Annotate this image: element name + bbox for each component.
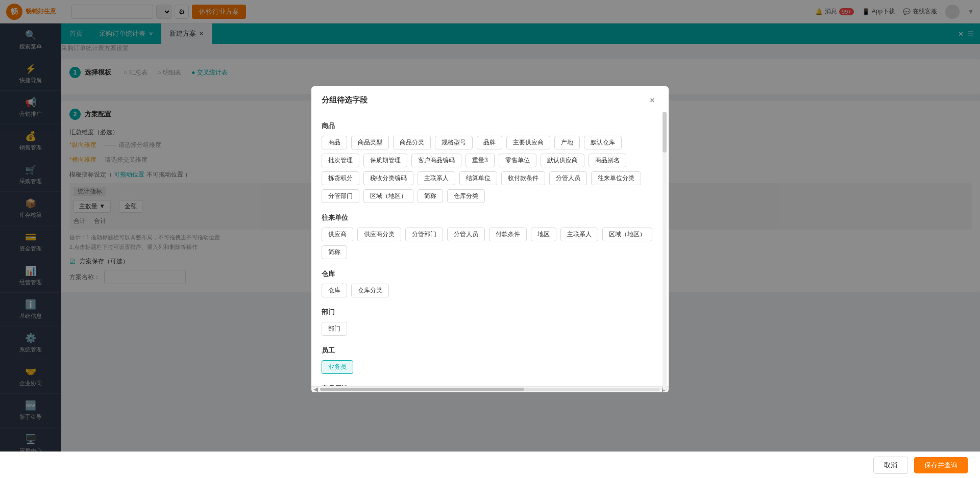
tag-managing-person[interactable]: 分管人员	[447, 228, 485, 241]
tag-batch-mgmt[interactable]: 批次管理	[322, 154, 359, 167]
tag-supplier[interactable]: 供应商	[322, 228, 353, 241]
tag-department[interactable]: 部门	[322, 322, 347, 336]
section-partners-title: 往来单位	[322, 213, 658, 222]
hscroll-thumb	[320, 388, 524, 391]
tag-main-contact2[interactable]: 主联系人	[560, 228, 598, 241]
modal-title: 分组待选字段	[322, 95, 368, 105]
tag-origin[interactable]: 产地	[554, 136, 580, 149]
tag-tax-code[interactable]: 税收分类编码	[363, 171, 413, 185]
section-employee-title: 员工	[322, 346, 658, 355]
tag-warehouse[interactable]: 仓库	[322, 284, 347, 297]
tag-product-type[interactable]: 商品类型	[351, 136, 389, 149]
tag-warehouse-cat[interactable]: 仓库分类	[351, 284, 389, 297]
cancel-button[interactable]: 取消	[873, 457, 908, 474]
section-department-tags: 部门	[322, 322, 658, 336]
modal-header: 分组待选字段 ×	[311, 86, 669, 113]
tag-warehouse-category[interactable]: 仓库分类	[447, 189, 485, 203]
modal-hscroll[interactable]: ◀ ▶	[311, 386, 669, 392]
tag-weight3[interactable]: 重量3	[465, 154, 495, 167]
section-department: 部门 部门	[322, 308, 658, 336]
tag-short-name2[interactable]: 简称	[322, 245, 347, 259]
section-department-title: 部门	[322, 308, 658, 317]
bottom-bar: 取消 保存并查询	[0, 451, 980, 478]
tag-main-supplier[interactable]: 主要供应商	[506, 136, 550, 149]
tag-managing-dept[interactable]: 分管部门	[405, 228, 443, 241]
modal-close-button[interactable]: ×	[646, 94, 658, 107]
tag-default-supplier[interactable]: 默认供应商	[541, 154, 584, 167]
modal-body[interactable]: 商品 商品 商品类型 商品分类 规格型号 品牌 主要供应商 产地 默认仓库 批次…	[311, 113, 669, 386]
tag-manager[interactable]: 分管人员	[549, 171, 587, 185]
tag-short-name[interactable]: 简称	[418, 189, 443, 203]
tag-region2[interactable]: 区域（地区）	[602, 228, 652, 241]
tag-retail-unit[interactable]: 零售单位	[499, 154, 536, 167]
tag-customer-category[interactable]: 往来单位分类	[591, 171, 641, 185]
section-warehouse-title: 仓库	[322, 269, 658, 279]
modal-dialog: 分组待选字段 × 商品 商品 商品类型 商品分类 规格型号 品牌 主要供应商 产…	[311, 86, 669, 392]
modal-vscroll-thumb[interactable]	[663, 112, 667, 153]
section-warehouse-tags: 仓库 仓库分类	[322, 284, 658, 297]
section-warehouse: 仓库 仓库 仓库分类	[322, 269, 658, 297]
tag-shelf-life[interactable]: 保质期管理	[363, 154, 407, 167]
save-query-button[interactable]: 保存并查询	[914, 457, 968, 473]
tag-product[interactable]: 商品	[322, 136, 347, 149]
tag-sales-rep[interactable]: 业务员	[322, 360, 353, 374]
section-products-tags: 商品 商品类型 商品分类 规格型号 品牌 主要供应商 产地 默认仓库 批次管理 …	[322, 136, 658, 203]
hscroll-track	[320, 388, 660, 391]
tag-payment-terms[interactable]: 收付款条件	[501, 171, 545, 185]
section-partners: 往来单位 供应商 供应商分类 分管部门 分管人员 付款条件 地区 主联系人 区域…	[322, 213, 658, 259]
section-products: 商品 商品 商品类型 商品分类 规格型号 品牌 主要供应商 产地 默认仓库 批次…	[322, 121, 658, 203]
tag-customer-code[interactable]: 客户商品编码	[411, 154, 461, 167]
tag-main-contact[interactable]: 主联系人	[418, 171, 455, 185]
tag-settlement-unit[interactable]: 结算单位	[459, 171, 497, 185]
tag-area[interactable]: 地区	[531, 228, 556, 241]
modal-vscroll-track[interactable]	[663, 112, 667, 390]
tag-spec-model[interactable]: 规格型号	[435, 136, 473, 149]
tag-picking-points[interactable]: 拣货积分	[322, 171, 359, 185]
tag-region[interactable]: 区域（地区）	[363, 189, 413, 203]
section-employee: 员工 业务员	[322, 346, 658, 374]
tag-dept[interactable]: 分管部门	[322, 189, 359, 203]
section-employee-tags: 业务员	[322, 360, 658, 374]
tag-default-warehouse[interactable]: 默认仓库	[584, 136, 622, 149]
tag-product-category[interactable]: 商品分类	[393, 136, 431, 149]
tag-brand[interactable]: 品牌	[477, 136, 502, 149]
tag-payment-condition[interactable]: 付款条件	[489, 228, 527, 241]
section-product-attr-title: 商品属性	[322, 384, 658, 386]
modal-overlay: 分组待选字段 × 商品 商品 商品类型 商品分类 规格型号 品牌 主要供应商 产…	[0, 0, 980, 478]
tag-product-alias[interactable]: 商品别名	[589, 154, 626, 167]
section-partners-tags: 供应商 供应商分类 分管部门 分管人员 付款条件 地区 主联系人 区域（地区） …	[322, 228, 658, 259]
section-products-title: 商品	[322, 121, 658, 131]
tag-supplier-category[interactable]: 供应商分类	[357, 228, 401, 241]
section-product-attr: 商品属性 属性 颜色 多规格 尺码 鞋码 1	[322, 384, 658, 386]
